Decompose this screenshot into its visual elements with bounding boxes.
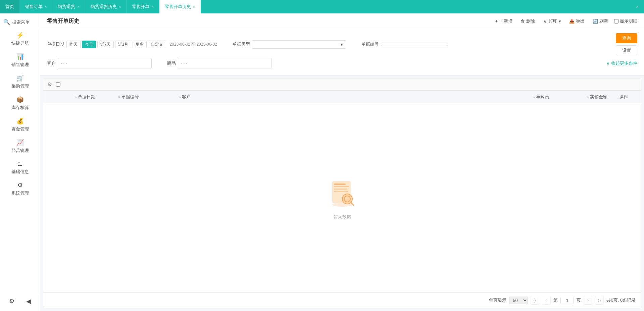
- filter-area: 单据日期 昨天 今天 近7天 近1月 更多 自定义 2023-06-02 至 2…: [40, 29, 644, 75]
- sidebar-search[interactable]: 🔍 搜索采单: [0, 16, 40, 28]
- delete-button[interactable]: 🗑 删除: [518, 17, 537, 25]
- date-buttons: 昨天 今天 近7天 近1月 更多 自定义: [66, 41, 166, 48]
- print-icon: 🖨: [543, 19, 547, 24]
- page-header: 零售开单历史 ＋ + 新增 🗑 删除 🖨 打印 ▾ 📤 导出: [40, 13, 644, 29]
- date-custom[interactable]: 自定义: [148, 41, 166, 48]
- purchase-icon: 🛒: [16, 74, 24, 82]
- sidebar-item-operations[interactable]: 📈 经营管理: [0, 136, 40, 157]
- collapse-button[interactable]: ∧ 收起更多条件: [606, 60, 637, 66]
- type-select[interactable]: ▾: [252, 40, 346, 49]
- sidebar-item-quicknav[interactable]: ⚡ 快捷导航: [0, 28, 40, 50]
- date-more[interactable]: 更多: [133, 41, 147, 48]
- sort-customer-icon[interactable]: ⇅: [178, 95, 181, 99]
- export-icon: 📤: [569, 19, 575, 24]
- display-toggle: 显示明细: [614, 18, 637, 24]
- delete-label: 删除: [526, 18, 535, 24]
- billno-input[interactable]: [381, 43, 448, 46]
- export-label: 导出: [576, 18, 585, 24]
- tab-retail-history-close[interactable]: ×: [193, 5, 195, 9]
- date-1month[interactable]: 近1月: [115, 41, 132, 48]
- sidebar-item-finance[interactable]: 💰 资金管理: [0, 114, 40, 136]
- tab-home-label: 首页: [5, 4, 14, 10]
- sidebar-item-operations-label: 经营管理: [11, 148, 29, 154]
- sort-billno-icon[interactable]: ⇅: [118, 95, 120, 99]
- sales-icon: 📊: [16, 53, 24, 60]
- tab-sales-order-close[interactable]: ×: [45, 5, 47, 9]
- page-input[interactable]: [560, 297, 574, 304]
- quicknav-icon: ⚡: [16, 32, 24, 39]
- date-today[interactable]: 今天: [82, 41, 96, 48]
- table-settings-icon[interactable]: ⚙: [47, 81, 52, 88]
- select-all-checkbox[interactable]: [56, 82, 60, 87]
- tab-retail-history[interactable]: 零售开单历史 ×: [159, 0, 201, 13]
- top-bar-right: ×: [631, 4, 644, 9]
- query-buttons: 查询 设置: [616, 33, 637, 55]
- query-button[interactable]: 查询: [616, 33, 637, 43]
- tab-retail-history-label: 零售开单历史: [165, 4, 191, 10]
- th-date-label: 单据日期: [78, 94, 95, 100]
- refresh-icon: 🔄: [593, 19, 598, 24]
- sidebar-item-inventory[interactable]: 📦 库存核算: [0, 93, 40, 114]
- collapse-icon: ∧: [606, 61, 610, 66]
- operations-icon: 📈: [16, 139, 24, 146]
- filter-billno: 单据编号: [361, 41, 448, 47]
- empty-icon: [326, 176, 359, 210]
- tab-retail-open-close[interactable]: ×: [151, 5, 153, 9]
- add-icon: ＋: [494, 18, 499, 24]
- sort-date-icon[interactable]: ⇅: [74, 95, 77, 99]
- page-last-button[interactable]: ⟩⟩: [595, 296, 604, 305]
- page-title: 零售开单历史: [47, 18, 79, 25]
- tab-home[interactable]: 首页: [0, 0, 20, 13]
- sort-amount-icon[interactable]: ⇅: [586, 95, 589, 99]
- sidebar-item-system[interactable]: ⚙ 系统管理: [0, 178, 40, 200]
- delete-icon: 🗑: [521, 19, 525, 24]
- page-first-button[interactable]: ⟨⟨: [531, 296, 539, 305]
- table-area: ⚙ ⇅ 单据日期 ⇅ 单据编号 ⇅ 客户 ⇅: [43, 78, 641, 308]
- page-label-first: 第: [553, 297, 558, 303]
- print-dropdown-icon: ▾: [559, 19, 561, 24]
- th-action-label: 操作: [619, 94, 628, 100]
- tab-return[interactable]: 销货退货 ×: [52, 0, 85, 13]
- search-icon: 🔍: [3, 19, 10, 25]
- th-customer-label: 客户: [182, 94, 191, 100]
- tab-return-history-close[interactable]: ×: [119, 5, 121, 9]
- add-button[interactable]: ＋ + 新增: [492, 17, 514, 25]
- customer-dots: ···: [61, 60, 68, 67]
- tab-return-history[interactable]: 销货退货历史 ×: [85, 0, 127, 13]
- sidebar-item-basic[interactable]: 🗂 基础信息: [0, 157, 40, 178]
- sidebar-item-purchase[interactable]: 🛒 采购管理: [0, 71, 40, 93]
- toolbar: ＋ + 新增 🗑 删除 🖨 打印 ▾ 📤 导出 🔄: [492, 17, 637, 25]
- sidebar-item-basic-label: 基础信息: [11, 169, 29, 175]
- page-size-select[interactable]: 50 10 20 100: [509, 297, 528, 304]
- content-area: 零售开单历史 ＋ + 新增 🗑 删除 🖨 打印 ▾ 📤 导出: [40, 13, 644, 311]
- sidebar-item-system-label: 系统管理: [11, 190, 29, 196]
- refresh-label: 刷新: [599, 18, 608, 24]
- page-next-button[interactable]: ﹥: [584, 296, 592, 305]
- sidebar-item-sales[interactable]: 📊 销售管理: [0, 50, 40, 71]
- sort-guide-icon[interactable]: ⇅: [532, 95, 535, 99]
- settings-button[interactable]: 设置: [616, 45, 637, 55]
- table-toolbar: ⚙: [43, 79, 641, 91]
- display-toggle-checkbox[interactable]: [614, 19, 618, 23]
- date-7days[interactable]: 近7天: [97, 41, 114, 48]
- date-yesterday[interactable]: 昨天: [66, 41, 81, 48]
- tab-retail-open[interactable]: 零售开单 ×: [127, 0, 159, 13]
- top-bar-close[interactable]: ×: [636, 4, 639, 9]
- customer-input[interactable]: ···: [58, 58, 152, 68]
- sidebar-collapse-icon[interactable]: ◀: [26, 298, 31, 305]
- goods-input[interactable]: ···: [178, 58, 272, 68]
- sidebar-settings-icon[interactable]: ⚙: [9, 298, 14, 305]
- add-label: + 新增: [500, 18, 512, 24]
- filter-goods: 商品 ···: [167, 58, 272, 68]
- refresh-button[interactable]: 🔄 刷新: [591, 17, 610, 25]
- tab-sales-order[interactable]: 销售订单 ×: [20, 0, 52, 13]
- type-dropdown-icon: ▾: [341, 42, 343, 47]
- table-header: ⇅ 单据日期 ⇅ 单据编号 ⇅ 客户 ⇅ 导购员 ⇅ 实销金额: [43, 91, 641, 103]
- tab-return-close[interactable]: ×: [77, 5, 79, 9]
- system-icon: ⚙: [17, 182, 23, 189]
- export-button[interactable]: 📤 导出: [567, 17, 587, 25]
- page-prev-button[interactable]: ﹤: [542, 296, 551, 305]
- sidebar-search-label: 搜索采单: [12, 19, 30, 25]
- empty-text: 暂无数据: [334, 214, 351, 220]
- print-button[interactable]: 🖨 打印 ▾: [541, 17, 563, 25]
